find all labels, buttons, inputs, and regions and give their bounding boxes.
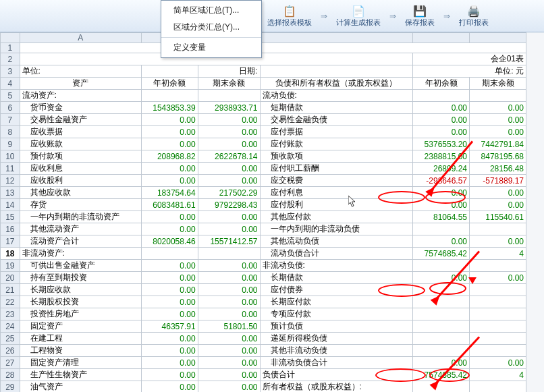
cell[interactable]: 固定资产清理 bbox=[20, 357, 141, 369]
cell[interactable]: 交易性金融负债 bbox=[260, 114, 413, 126]
cell[interactable]: 0.00 bbox=[198, 138, 260, 150]
table-row[interactable]: 26 工程物资0.000.00 其他非流动负债 bbox=[1, 345, 526, 357]
cell[interactable]: 217502.29 bbox=[198, 187, 260, 199]
table-row[interactable]: 28 生产性生物资产0.000.00负债合计7574685.424 bbox=[1, 369, 526, 381]
row-header[interactable]: 25 bbox=[1, 333, 20, 345]
cell[interactable]: 0.00 bbox=[198, 284, 260, 296]
cell[interactable]: 应交税费 bbox=[260, 175, 413, 187]
cell[interactable]: 7442791.84 bbox=[470, 138, 526, 150]
row-header[interactable]: 28 bbox=[1, 369, 20, 381]
cell[interactable]: 长期借款 bbox=[260, 272, 413, 284]
cell[interactable] bbox=[413, 223, 470, 235]
cell[interactable]: 0.00 bbox=[413, 114, 470, 126]
cell[interactable]: 应付职工薪酬 bbox=[260, 163, 413, 175]
row-header[interactable]: 27 bbox=[1, 357, 20, 369]
cell[interactable]: 0.00 bbox=[470, 272, 526, 284]
cell[interactable]: 0.00 bbox=[141, 260, 198, 272]
cell[interactable]: 应付账款 bbox=[260, 138, 413, 150]
table-row[interactable]: 10 预付款项208968.822622678.14 预收款项2388815.0… bbox=[1, 150, 526, 163]
cell[interactable]: 应付利息 bbox=[260, 187, 413, 199]
cell[interactable]: 0.00 bbox=[198, 381, 260, 393]
cell[interactable]: 0.00 bbox=[141, 345, 198, 357]
table-row[interactable]: 22 长期股权投资0.000.00 长期应付款 bbox=[1, 296, 526, 308]
row-header[interactable]: 20 bbox=[1, 272, 20, 284]
cell[interactable]: 208968.82 bbox=[141, 150, 198, 163]
cell[interactable]: 0.00 bbox=[470, 235, 526, 248]
cell[interactable]: 0.00 bbox=[413, 235, 470, 248]
cell[interactable]: 流动资产: bbox=[20, 90, 141, 102]
cell[interactable]: 0.00 bbox=[198, 369, 260, 381]
cell[interactable] bbox=[198, 248, 260, 260]
cell[interactable]: 0.00 bbox=[413, 357, 470, 369]
cell[interactable]: 0.00 bbox=[413, 187, 470, 199]
cell[interactable] bbox=[413, 260, 470, 272]
cell[interactable]: 油气资产 bbox=[20, 381, 141, 393]
cell[interactable] bbox=[198, 90, 260, 102]
cell[interactable]: 流动负债: bbox=[260, 90, 413, 102]
cell[interactable]: 183754.64 bbox=[141, 187, 198, 199]
table-row[interactable]: 4 资产 年初余额 期末余额 负债和所有者权益（或股东权益） 年初余额 期末余额 bbox=[1, 78, 526, 90]
cell[interactable]: 应收利息 bbox=[20, 163, 141, 175]
cell[interactable]: 2388815.00 bbox=[413, 150, 470, 163]
table-row[interactable]: 27 固定资产清理0.000.00 非流动负债合计0.000.00 bbox=[1, 357, 526, 369]
cell[interactable]: 0.00 bbox=[198, 260, 260, 272]
cell[interactable]: 货币资金 bbox=[20, 102, 141, 114]
cell[interactable]: -298646.57 bbox=[413, 175, 470, 187]
cell[interactable]: 0.00 bbox=[198, 163, 260, 175]
cell[interactable]: 非流动负债合计 bbox=[260, 357, 413, 369]
cell[interactable]: 9792298.43 bbox=[198, 199, 260, 211]
cell[interactable] bbox=[413, 345, 470, 357]
cell[interactable] bbox=[141, 90, 198, 102]
menu-define-variable[interactable]: 定义变量 bbox=[161, 39, 261, 56]
cell[interactable] bbox=[470, 296, 526, 308]
cell[interactable]: 0.00 bbox=[141, 296, 198, 308]
table-row[interactable]: 12 应收股利0.000.00 应交税费-298646.57-571889.17 bbox=[1, 175, 526, 187]
cell[interactable]: 0.00 bbox=[413, 126, 470, 138]
row-header[interactable]: 26 bbox=[1, 345, 20, 357]
cell[interactable] bbox=[470, 345, 526, 357]
cell[interactable]: 其他应付款 bbox=[260, 211, 413, 223]
cell[interactable]: 0.00 bbox=[198, 211, 260, 223]
cell[interactable]: 7574685.42 bbox=[413, 248, 470, 260]
cell[interactable]: 0.00 bbox=[413, 102, 470, 114]
cell[interactable]: 所有者权益（或股东权益）: bbox=[260, 381, 413, 393]
cell[interactable]: 0.00 bbox=[141, 114, 198, 126]
cell[interactable]: 一年内到期的非流动负债 bbox=[260, 223, 413, 235]
cell[interactable]: 0.00 bbox=[141, 369, 198, 381]
cell[interactable]: 递延所得税负债 bbox=[260, 333, 413, 345]
cell[interactable]: 4 bbox=[470, 248, 526, 260]
cell[interactable]: 存货 bbox=[20, 199, 141, 211]
cell[interactable]: 其他非流动负债 bbox=[260, 345, 413, 357]
cell[interactable]: 0.00 bbox=[141, 163, 198, 175]
select-template-button[interactable]: 📋 选择报表模板 bbox=[263, 1, 316, 31]
cell[interactable]: 0.00 bbox=[413, 199, 470, 211]
cell[interactable] bbox=[470, 381, 526, 393]
cell[interactable]: 应收账款 bbox=[20, 138, 141, 150]
menu-region-category-sum[interactable]: 区域分类汇总(Y)... bbox=[161, 19, 261, 36]
cell[interactable]: 0.00 bbox=[198, 333, 260, 345]
cell[interactable] bbox=[470, 260, 526, 272]
cell[interactable]: 应收股利 bbox=[20, 175, 141, 187]
row-header[interactable]: 22 bbox=[1, 296, 20, 308]
table-row[interactable]: 2 会企01表 bbox=[1, 53, 526, 65]
table-row[interactable]: 15 一年内到期的非流动资产0.000.00 其他应付款81064.551155… bbox=[1, 211, 526, 223]
row-header[interactable]: 5 bbox=[1, 90, 20, 102]
col-header-E[interactable] bbox=[413, 33, 470, 43]
cell[interactable] bbox=[413, 320, 470, 333]
cell[interactable]: 短期借款 bbox=[260, 102, 413, 114]
col-header-F[interactable] bbox=[470, 33, 526, 43]
row-header[interactable]: 29 bbox=[1, 381, 20, 393]
table-row[interactable]: 11 应收利息0.000.00 应付职工薪酬26899.2428156.48 bbox=[1, 163, 526, 175]
cell[interactable]: 长期应付款 bbox=[260, 296, 413, 308]
table-row[interactable]: 21 长期应收款0.000.00 应付债券 bbox=[1, 284, 526, 296]
cell[interactable]: 28156.48 bbox=[470, 163, 526, 175]
cell[interactable]: -571889.17 bbox=[470, 175, 526, 187]
cell[interactable]: 0.00 bbox=[470, 102, 526, 114]
row-header[interactable]: 1 bbox=[1, 43, 20, 53]
cell[interactable]: 其他流动资产 bbox=[20, 223, 141, 235]
cell[interactable]: 0.00 bbox=[141, 284, 198, 296]
cell[interactable] bbox=[413, 333, 470, 345]
cell[interactable]: 非流动负债: bbox=[260, 260, 413, 272]
cell[interactable]: 0.00 bbox=[470, 187, 526, 199]
save-report-button[interactable]: 💾 保存报表 bbox=[401, 1, 439, 31]
